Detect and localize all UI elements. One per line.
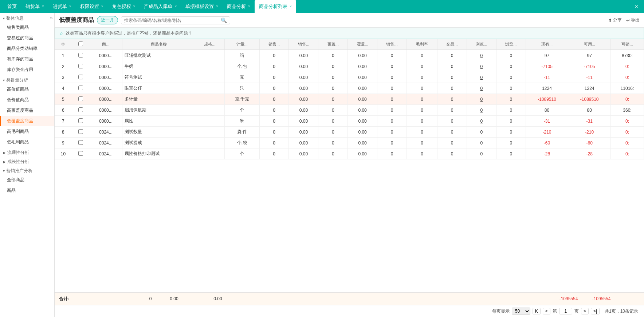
page-label: 第 (553, 308, 557, 314)
row-checkbox[interactable] (78, 118, 83, 123)
tip-bar: ☆ 这类商品只有很少客户购买过，是推广不够，还是商品本身问题？ (55, 28, 644, 39)
col-cov1: 覆盖... (318, 39, 348, 50)
footer-available: -1095554 (585, 296, 618, 301)
page-title: 低覆盖度商品 (59, 16, 94, 24)
col-current: 现有... (526, 39, 568, 50)
table-row: 50000...多计量克,千克00.0000.0000000-1089510-1… (55, 94, 644, 105)
top-nav: 首页 销货单 × 进货单 × 权限设置 × 角色授权 × 产成品入库单 × 单据… (0, 0, 644, 13)
sidebar-item-high-coverage[interactable]: 高覆盖度商品 (0, 105, 54, 116)
table-footer: 合计: 0 0.00 0.00 -1095554 -1095554 (55, 292, 644, 305)
nav-tab-template[interactable]: 单据模板设置 × (181, 0, 223, 13)
nav-tab-analysis-list[interactable]: 商品分析列表 × (255, 0, 296, 13)
sidebar-item-inventory-funds[interactable]: 库存资金占用 (0, 64, 54, 75)
per-page-select[interactable]: 2050100200 (512, 308, 530, 315)
sidebar-item-traded-products[interactable]: 交易过的商品 (0, 33, 54, 43)
row-checkbox[interactable] (78, 86, 83, 90)
sidebar-section-promotion[interactable]: ▾ 营销推广分析 (0, 166, 54, 175)
sidebar-item-low-value[interactable]: 低价值商品 (0, 95, 54, 105)
col-spec: 规格... (195, 39, 224, 50)
sidebar-item-low-profit[interactable]: 低毛利商品 (0, 137, 54, 147)
growth-arrow-icon: ▶ (3, 160, 6, 164)
select-all-checkbox[interactable] (78, 41, 83, 46)
row-checkbox[interactable] (78, 140, 83, 145)
table-row: 60000...启用保质期个00.0000.00000008080360: (55, 105, 644, 116)
filter-period-button[interactable]: 近一月 (97, 16, 118, 24)
first-page-button[interactable]: K (533, 308, 541, 314)
footer-current: -1095554 (552, 296, 585, 301)
sidebar-section-quality[interactable]: ▾ 类群量分析 (0, 75, 54, 84)
row-checkbox[interactable] (78, 75, 83, 79)
table-wrapper[interactable]: ⚙ 商... 商品名称 规格... 计量... 销售... 销售... 覆盖..… (55, 39, 644, 292)
export-icon: ↩ (626, 18, 630, 23)
footer-sales-qty: 0 (138, 296, 163, 301)
close-role-icon[interactable]: × (133, 0, 136, 13)
table-row: 70000...属性米00.0000.0000000-31-310: (55, 116, 644, 127)
sidebar-section-growth[interactable]: ▶ 成长性分析 (0, 156, 54, 166)
header-actions: ⬆ 分享 ↩ 导出 (608, 17, 640, 23)
sidebar-item-new-products[interactable]: 新品 (0, 185, 54, 196)
prev-page-button[interactable]: < (543, 308, 550, 314)
nav-tab-sales[interactable]: 销货单 × (21, 0, 48, 13)
col-sales-days: 销售... (377, 39, 407, 50)
col-sales-qty: 销售... (259, 39, 289, 50)
close-all-tabs-button[interactable]: × (632, 3, 641, 10)
content-header: 低覆盖度商品 近一月 🔍 ⬆ 分享 ↩ 导出 (55, 13, 644, 28)
close-purchase-icon[interactable]: × (69, 0, 71, 13)
col-gross-rate: 毛利率 (407, 39, 437, 50)
table-row: 20000...牛奶个,包00.0000.0000000-7105-71050: (55, 61, 644, 72)
sidebar-section-flow[interactable]: ▶ 流通性分析 (0, 147, 54, 156)
close-analysis-icon[interactable]: × (248, 0, 250, 13)
row-checkbox[interactable] (78, 53, 83, 58)
next-page-button[interactable]: > (581, 308, 589, 314)
sidebar-item-all-products[interactable]: 全部商品 (0, 175, 54, 185)
nav-tab-home[interactable]: 首页 (3, 0, 21, 13)
row-checkbox[interactable] (78, 129, 83, 134)
row-checkbox[interactable] (78, 64, 83, 68)
col-sales-amt: 销售... (289, 39, 318, 50)
per-page-label: 每页显示 (492, 308, 510, 314)
col-name: 商品名称 (122, 39, 195, 50)
col-settings[interactable]: ⚙ (55, 39, 72, 50)
col-checkbox[interactable] (72, 39, 89, 50)
search-input[interactable] (124, 18, 221, 23)
promotion-arrow-icon: ▾ (3, 169, 5, 173)
sidebar-item-sales-products[interactable]: 销售类商品 (0, 22, 54, 33)
nav-tab-purchase[interactable]: 进货单 × (48, 0, 76, 13)
close-permissions-icon[interactable]: × (101, 0, 103, 13)
last-page-button[interactable]: >| (591, 308, 600, 314)
row-checkbox[interactable] (78, 107, 83, 112)
sidebar-item-sales-rate[interactable]: 商品分类动销率 (0, 43, 54, 54)
total-records: 共1页，10条记录 (605, 308, 638, 314)
sidebar-section-overall[interactable]: ▾ 整体信息 (0, 13, 54, 22)
flow-arrow-icon: ▶ (3, 151, 6, 155)
sidebar-item-high-value[interactable]: 高价值商品 (0, 84, 54, 95)
sidebar-item-high-profit[interactable]: 高毛利商品 (0, 126, 54, 137)
sidebar-item-low-coverage[interactable]: 低覆盖度商品 (0, 116, 54, 126)
col-browse2: 浏览... (496, 39, 526, 50)
close-analysis-list-icon[interactable]: × (290, 0, 292, 13)
col-unit: 计量... (224, 39, 259, 50)
overall-arrow-icon: ▾ (3, 16, 5, 20)
table-row: 10000...旺辅批次测试箱00.0000.000000097978730: (55, 50, 644, 61)
nav-tab-permissions[interactable]: 权限设置 × (76, 0, 108, 13)
col-browse1: 浏览... (467, 39, 496, 50)
nav-tab-role[interactable]: 角色授权 × (108, 0, 140, 13)
main-area: « ▾ 整体信息 销售类商品 交易过的商品 商品分类动销率 有库存的商品 库存资… (0, 13, 644, 317)
footer-label: 合计: (59, 296, 69, 302)
share-button[interactable]: ⬆ 分享 (608, 17, 622, 23)
sidebar-item-inventory-products[interactable]: 有库存的商品 (0, 54, 54, 64)
col-available: 可用... (568, 39, 611, 50)
row-checkbox[interactable] (78, 96, 83, 101)
nav-tab-analysis[interactable]: 商品分析 × (223, 0, 255, 13)
search-box: 🔍 (121, 16, 230, 24)
row-checkbox[interactable] (78, 151, 83, 156)
page-input[interactable] (559, 308, 572, 314)
export-button[interactable]: ↩ 导出 (626, 17, 640, 23)
col-code: 商... (89, 39, 122, 50)
nav-tab-products[interactable]: 产成品入库单 × (140, 0, 181, 13)
sidebar-collapse-button[interactable]: « (50, 15, 53, 20)
pagination-bar: 每页显示 2050100200 K < 第 页 > >| 共1页，10条记录 (55, 305, 644, 317)
close-sales-icon[interactable]: × (42, 0, 44, 13)
close-products-icon[interactable]: × (174, 0, 177, 13)
close-template-icon[interactable]: × (216, 0, 218, 13)
